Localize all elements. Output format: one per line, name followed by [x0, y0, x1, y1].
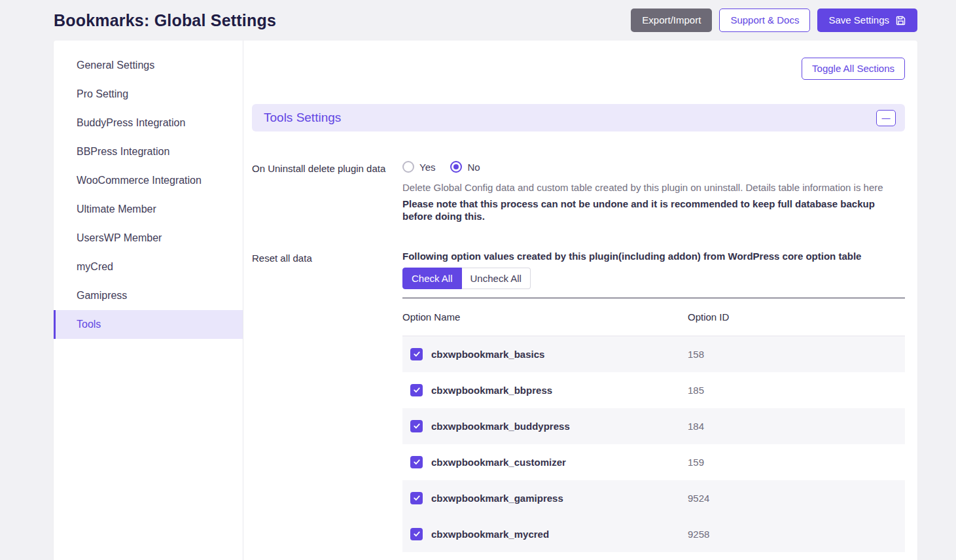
radio-no-circle[interactable] [450, 161, 462, 173]
row-name-cell: cbxwpbookmark_mycred [402, 528, 688, 540]
option-id: 9258 [688, 529, 905, 540]
settings-content: Toggle All Sections Tools Settings — On … [243, 41, 917, 560]
check-icon [413, 386, 421, 394]
row-checkbox[interactable] [410, 456, 423, 468]
settings-card: General Settings Pro Setting BuddyPress … [54, 41, 917, 560]
collapse-section-button[interactable]: — [876, 110, 896, 126]
content-top: Toggle All Sections [252, 58, 905, 80]
radio-yes-circle[interactable] [402, 161, 414, 173]
reset-data-field: Following option values created by this … [402, 251, 905, 552]
option-id: 158 [688, 349, 905, 360]
table-row: cbxwpbookmark_basics 158 [402, 336, 905, 372]
option-name: cbxwpbookmark_gamipress [431, 493, 563, 504]
export-import-button[interactable]: Export/Import [631, 9, 712, 32]
check-icon [413, 530, 421, 538]
option-name: cbxwpbookmark_mycred [431, 529, 549, 540]
check-icon [413, 494, 421, 502]
topbar-actions: Export/Import Support & Docs Save Settin… [631, 9, 917, 32]
check-all-button[interactable]: Check All [402, 268, 462, 289]
column-option-id: Option ID [688, 311, 905, 323]
sidebar-item-mycred[interactable]: myCred [54, 253, 243, 281]
option-name: cbxwpbookmark_customizer [431, 457, 566, 468]
uninstall-radio-group: Yes No [402, 161, 905, 173]
row-checkbox[interactable] [410, 528, 423, 540]
radio-yes[interactable]: Yes [402, 161, 435, 173]
tools-settings-section-header[interactable]: Tools Settings — [252, 104, 905, 131]
sidebar-item-buddypress-integration[interactable]: BuddyPress Integration [54, 109, 243, 137]
check-icon [413, 458, 421, 466]
section-title: Tools Settings [264, 111, 341, 125]
option-id: 9524 [688, 493, 905, 504]
save-settings-label: Save Settings [828, 14, 889, 26]
table-row: cbxwpbookmark_customizer 159 [402, 444, 905, 480]
sidebar-item-ultimate-member[interactable]: Ultimate Member [54, 195, 243, 224]
sidebar-item-pro-setting[interactable]: Pro Setting [54, 80, 243, 109]
row-name-cell: cbxwpbookmark_buddypress [402, 420, 688, 432]
sidebar-item-tools[interactable]: Tools [54, 310, 243, 339]
options-table-header: Option Name Option ID [402, 298, 905, 336]
check-icon [413, 350, 421, 358]
table-row: cbxwpbookmark_mycred 9258 [402, 516, 905, 552]
option-name: cbxwpbookmark_bbpress [431, 385, 552, 396]
radio-yes-label: Yes [419, 162, 435, 173]
radio-no-label: No [467, 162, 480, 173]
save-settings-button[interactable]: Save Settings [817, 9, 917, 32]
row-name-cell: cbxwpbookmark_bbpress [402, 384, 688, 396]
check-icon [413, 422, 421, 430]
reset-heading: Following option values created by this … [402, 251, 905, 262]
table-row: cbxwpbookmark_gamipress 9524 [402, 480, 905, 516]
option-id: 159 [688, 457, 905, 468]
sidebar-item-gamipress[interactable]: Gamipress [54, 281, 243, 310]
uncheck-all-button[interactable]: Uncheck All [462, 268, 531, 289]
uninstall-setting-row: On Uninstall delete plugin data Yes No D… [252, 161, 905, 223]
support-docs-button[interactable]: Support & Docs [719, 9, 810, 32]
check-buttons-group: Check All Uncheck All [402, 268, 531, 289]
column-option-name: Option Name [402, 311, 688, 323]
row-checkbox[interactable] [410, 420, 423, 432]
reset-data-row: Reset all data Following option values c… [252, 251, 905, 552]
topbar: Bookmarks: Global Settings Export/Import… [0, 0, 956, 41]
save-icon [895, 15, 906, 26]
row-checkbox[interactable] [410, 348, 423, 360]
table-row: cbxwpbookmark_bbpress 185 [402, 372, 905, 408]
toggle-all-sections-button[interactable]: Toggle All Sections [802, 58, 905, 80]
uninstall-setting-label: On Uninstall delete plugin data [252, 161, 402, 223]
options-table: Option Name Option ID cbxwpbookmark_basi… [402, 298, 905, 552]
radio-no[interactable]: No [450, 161, 480, 173]
row-name-cell: cbxwpbookmark_basics [402, 348, 688, 360]
row-name-cell: cbxwpbookmark_gamipress [402, 492, 688, 504]
row-checkbox[interactable] [410, 492, 423, 504]
option-name: cbxwpbookmark_buddypress [431, 421, 570, 432]
sidebar-item-userswp-member[interactable]: UsersWP Member [54, 224, 243, 253]
sidebar-item-general-settings[interactable]: General Settings [54, 51, 243, 80]
uninstall-warning: Please note that this process can not be… [402, 198, 900, 223]
table-row: cbxwpbookmark_buddypress 184 [402, 408, 905, 444]
option-id: 184 [688, 421, 905, 432]
sidebar-item-woocommerce-integration[interactable]: WooCommerce Integration [54, 166, 243, 195]
option-name: cbxwpbookmark_basics [431, 349, 544, 360]
page-title: Bookmarks: Global Settings [54, 11, 276, 30]
uninstall-setting-field: Yes No Delete Global Config data and cus… [402, 161, 905, 223]
uninstall-description: Delete Global Config data and custom tab… [402, 182, 894, 194]
settings-sidebar: General Settings Pro Setting BuddyPress … [54, 41, 243, 560]
row-name-cell: cbxwpbookmark_customizer [402, 456, 688, 468]
minus-icon: — [882, 113, 891, 123]
option-id: 185 [688, 385, 905, 396]
sidebar-item-bbpress-integration[interactable]: BBPress Integration [54, 137, 243, 166]
row-checkbox[interactable] [410, 384, 423, 396]
reset-data-label: Reset all data [252, 251, 402, 552]
